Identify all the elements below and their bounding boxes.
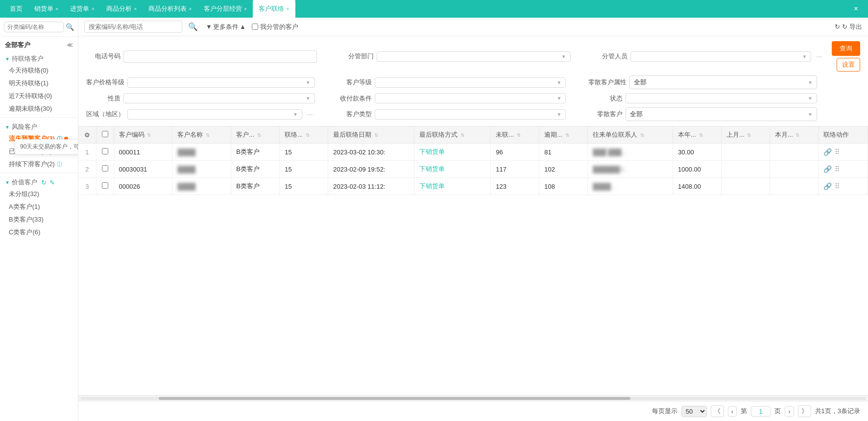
nav-tab-customer-contact[interactable]: 客户联络 × — [253, 0, 295, 18]
sidebar-item-tomorrow-pending[interactable]: 明天待联络(1) — [0, 77, 78, 90]
col-checkbox[interactable] — [96, 126, 114, 144]
filter-region-select[interactable]: ▼ — [127, 109, 302, 120]
filter-phone-input[interactable] — [123, 50, 317, 63]
my-customers-checkbox[interactable] — [252, 24, 258, 30]
contact-link-icon[interactable]: 🔗 — [823, 148, 832, 156]
search-icon: 🔍 — [66, 23, 74, 31]
close-all-button[interactable]: × — [848, 4, 864, 13]
nav-tab-analysis-list[interactable]: 商品分析列表 × — [143, 0, 197, 18]
next-page-button[interactable]: › — [785, 406, 794, 417]
sidebar-group-value[interactable]: ▼ 价值客户 ↻ ✎ — [0, 175, 78, 188]
sidebar-group-pending[interactable]: ▼ 待联络客户 — [0, 51, 78, 64]
filter-retail-attr-select[interactable]: 全部 ▼ — [629, 75, 817, 89]
nav-tab-home[interactable]: 首页 — [4, 0, 28, 18]
close-icon[interactable]: × — [286, 6, 289, 12]
last-method-link[interactable]: 下销货单 — [419, 182, 445, 190]
row-checkbox[interactable] — [102, 182, 108, 189]
filter-manager-select[interactable]: ▼ — [630, 51, 812, 62]
export-button[interactable]: ↻ ↻ 导出 — [835, 23, 862, 31]
nav-tab-sales[interactable]: 销货单 × — [28, 0, 64, 18]
close-icon[interactable]: × — [134, 6, 137, 12]
row-checkbox-cell[interactable] — [96, 161, 114, 178]
last-method-link[interactable]: 下销货单 — [419, 148, 445, 155]
col-last-method[interactable]: 最后联络方式 ⇅ — [414, 126, 491, 144]
scrollbar-thumb[interactable] — [159, 397, 630, 400]
filter-nature-select[interactable]: ▼ — [123, 93, 315, 103]
first-page-button[interactable]: 《 — [711, 405, 724, 417]
main-search-button[interactable]: 🔍 — [186, 22, 200, 31]
close-icon[interactable]: × — [55, 6, 58, 12]
settings-gear-icon[interactable]: ⚙ — [84, 131, 90, 139]
sidebar-item-7days-pending[interactable]: 近7天待联络(0) — [0, 90, 78, 102]
last-page-button[interactable]: 》 — [798, 405, 811, 417]
row-last-method[interactable]: 下销货单 — [414, 144, 491, 161]
row-checkbox[interactable] — [102, 165, 108, 172]
sidebar-item-overdue-pending[interactable]: 逾期未联络(30) — [0, 102, 78, 115]
query-button[interactable]: 查询 — [832, 41, 860, 56]
col-overdue[interactable]: 逾期... ⇅ — [539, 126, 588, 144]
col-contact-num[interactable]: 联络... ⇅ — [280, 126, 328, 144]
row-checkbox[interactable] — [102, 148, 108, 154]
filter-status-select[interactable]: ▼ — [626, 93, 817, 103]
close-icon[interactable]: × — [244, 6, 247, 12]
page-number-input[interactable] — [751, 406, 771, 417]
col-uncontacted[interactable]: 未联... ⇅ — [491, 126, 539, 144]
nav-tab-customer-tier[interactable]: 客户分层经营 × — [198, 0, 253, 18]
filter-customer-tier-select[interactable]: ▼ — [375, 77, 566, 88]
main-search-input[interactable] — [84, 21, 182, 33]
chevron-down-icon: ▼ — [306, 80, 311, 85]
filter-dept-select[interactable]: ▼ — [377, 51, 570, 62]
sidebar-item-ungrouped[interactable]: 未分组(32) — [0, 188, 78, 200]
col-settings[interactable]: ⚙ — [78, 126, 96, 144]
col-last-date[interactable]: 最后联络日期 ⇅ — [328, 126, 414, 144]
all-customers-header[interactable]: 全部客户 ≪ — [0, 37, 78, 51]
more-conditions-button[interactable]: ▼ 更多条件 ▲ — [204, 23, 248, 31]
filter-bar: 🔍 ▼ 更多条件 ▲ 我分管的客户 ↻ ↻ 导出 — [78, 18, 868, 36]
filter-customer-type-label: 客户类型 — [338, 110, 372, 119]
col-contact2[interactable]: 往来单位联系人 ⇅ — [588, 126, 673, 144]
sidebar-search-input[interactable] — [4, 22, 64, 32]
col-this-month[interactable]: 本月... ⇅ — [770, 126, 818, 144]
col-name[interactable]: 客户名称 ⇅ — [172, 126, 231, 144]
close-icon[interactable]: × — [189, 6, 192, 12]
more-options-icon[interactable]: ··· — [305, 110, 315, 118]
row-last-method[interactable]: 下销货单 — [414, 178, 491, 195]
sidebar-item-class-a[interactable]: A类客户(1) — [0, 200, 78, 213]
nav-tab-purchase[interactable]: 进货单 × — [64, 0, 100, 18]
chevron-down-icon: ▼ — [556, 80, 561, 85]
col-type[interactable]: 客户... ⇅ — [231, 126, 280, 144]
filter-price-tier-select[interactable]: ▼ — [127, 77, 315, 88]
prev-page-button[interactable]: ‹ — [728, 406, 737, 417]
more-actions-icon[interactable]: ⠿ — [835, 148, 840, 156]
edit-icon[interactable]: ✎ — [49, 179, 55, 186]
per-page-select[interactable]: 50 100 — [681, 406, 707, 417]
filter-settings-button[interactable]: 设置 — [837, 58, 860, 72]
col-last-month[interactable]: 上月... ⇅ — [722, 126, 770, 144]
contact-link-icon[interactable]: 🔗 — [823, 182, 832, 190]
collapse-icon[interactable]: ≪ — [67, 42, 73, 49]
horizontal-scrollbar[interactable] — [78, 395, 868, 401]
col-this-year[interactable]: 本年... ⇅ — [673, 126, 722, 144]
sidebar-item-class-c[interactable]: C类客户(6) — [0, 226, 78, 239]
more-options-icon[interactable]: ··· — [814, 52, 824, 60]
col-code[interactable]: 客户编码 ⇅ — [114, 126, 172, 144]
sidebar-item-class-b[interactable]: B类客户(33) — [0, 213, 78, 226]
filter-customer-type-select[interactable]: ▼ — [375, 109, 566, 120]
sidebar-item-declining[interactable]: 持续下滑客户(2) ⓘ — [0, 158, 78, 171]
select-all-checkbox[interactable] — [102, 131, 108, 137]
my-customers-checkbox-label[interactable]: 我分管的客户 — [252, 23, 298, 31]
more-actions-icon[interactable]: ⠿ — [835, 165, 840, 173]
sidebar-group-risk[interactable]: ▼ 风险客户 — [0, 120, 78, 132]
row-last-method[interactable]: 下销货单 — [414, 161, 491, 178]
row-checkbox-cell[interactable] — [96, 178, 114, 195]
filter-payment-select[interactable]: ▼ — [375, 93, 566, 103]
filter-retail-select[interactable]: 全部 ▼ — [626, 107, 817, 121]
close-icon[interactable]: × — [91, 6, 94, 12]
nav-tab-analysis[interactable]: 商品分析 × — [100, 0, 143, 18]
refresh-icon[interactable]: ↻ — [41, 179, 47, 186]
sidebar-item-today-pending[interactable]: 今天待联络(0) — [0, 64, 78, 77]
contact-link-icon[interactable]: 🔗 — [823, 165, 832, 173]
more-actions-icon[interactable]: ⠿ — [835, 182, 840, 190]
row-checkbox-cell[interactable] — [96, 144, 114, 161]
last-method-link[interactable]: 下销货单 — [419, 165, 445, 173]
